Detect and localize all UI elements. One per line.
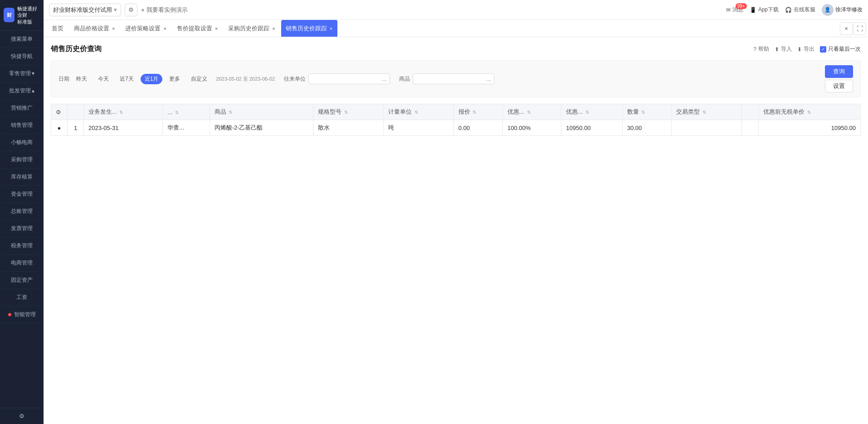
table-col-gear[interactable]: ⚙ (51, 104, 68, 120)
tab-home[interactable]: 首页 (47, 20, 68, 37)
table-row: ● 1 2023-05-31 华查... 丙烯酸-2-乙基己酯 散水 吨 0.0… (51, 120, 861, 136)
date-range-display: 2023-05-02 至 2023-06-02 (216, 76, 275, 82)
table-col-quantity[interactable]: 数量 ⇅ (622, 104, 671, 120)
app-download-btn[interactable]: 📱 App下载 (750, 6, 779, 14)
help-label: 帮助 (758, 45, 769, 53)
only-last-checkbox[interactable]: ✓ 只看最后一次 (820, 45, 861, 53)
tab-close-btn[interactable]: × (330, 26, 332, 31)
tab-commodity-price[interactable]: 商品价格设置 × (69, 20, 120, 37)
supplier-filter-label: 往来单位 (284, 75, 306, 83)
table-header-row: ⚙ 业务发生... ⇅ ... ⇅ 商品 ⇅ (51, 104, 861, 120)
online-service-btn[interactable]: 🎧 在线客服 (785, 6, 815, 14)
tab-purchase-history[interactable]: 采购历史价跟踪 × (224, 20, 280, 37)
table-col-more[interactable]: ... ⇅ (163, 104, 210, 120)
question-icon: ? (753, 46, 756, 53)
tab-label: 进价策略设置 (125, 24, 161, 33)
sidebar-item-smart-mgmt[interactable]: 智能管理 (0, 306, 44, 323)
import-icon: ⬆ (775, 46, 779, 53)
sort-icon: ⇅ (344, 110, 348, 115)
supplier-input-wrap[interactable]: ... (308, 73, 390, 84)
sidebar-item-fixed-assets[interactable]: 固定资产 (0, 272, 44, 289)
sidebar-item-invoice-mgmt[interactable]: 发票管理 (0, 220, 44, 237)
query-btn[interactable]: 查询 (825, 65, 853, 78)
date-btn-last1month[interactable]: 近1月 (141, 74, 163, 84)
product-filter-label: 商品 (399, 75, 410, 83)
tab-close-btn[interactable]: × (163, 26, 166, 31)
tab-expand-btn[interactable]: ⛶ (853, 22, 866, 35)
sidebar-item-quick-nav[interactable]: 快捷导航 (0, 48, 44, 65)
date-options: 昨天 今天 近7天 近1月 更多 自定义 (72, 74, 211, 84)
sidebar-item-label: 快捷导航 (11, 53, 33, 59)
sidebar-item-retail-mgmt[interactable]: 零售管理 ▾ (0, 65, 44, 82)
product-input[interactable] (416, 76, 484, 82)
only-last-label: 只看最后一次 (828, 45, 861, 53)
export-label: 导出 (804, 45, 814, 53)
table-col-pretax-price[interactable]: 优惠前无税单价 ⇅ (759, 104, 861, 120)
row-discount-rate: 100.00% (503, 120, 561, 136)
import-btn[interactable]: ⬆ 导入 (775, 45, 792, 53)
product-input-wrap[interactable]: ... (413, 73, 494, 84)
sidebar-item-capital-mgmt[interactable]: 资金管理 (0, 186, 44, 203)
demo-btn[interactable]: ● 我要看实例演示 (141, 6, 188, 14)
tab-label: 销售历史价跟踪 (286, 24, 327, 33)
row-gear[interactable]: ● (51, 120, 68, 136)
tab-close-btn[interactable]: × (112, 26, 115, 31)
date-filter-label: 日期 (59, 75, 69, 83)
supplier-dots-btn[interactable]: ... (381, 75, 387, 82)
sort-icon: ⇅ (229, 110, 232, 115)
logo-icon: 财 (4, 8, 15, 22)
sidebar-item-marketing[interactable]: 营销推广 (0, 100, 44, 117)
table-col-discount-rate[interactable]: 优惠... ⇅ (503, 104, 561, 120)
sidebar-item-ecommerce[interactable]: 小畅电商 (0, 134, 44, 151)
row-more-col: 华查... (163, 120, 210, 136)
settings-action-btn[interactable]: 设置 (825, 80, 853, 92)
sidebar-item-payroll[interactable]: 工资 (0, 289, 44, 306)
tab-close-window-btn[interactable]: × (840, 22, 853, 35)
table-col-trade-type[interactable]: 交易类型 ⇅ (672, 104, 742, 120)
sidebar-item-wholesale-mgmt[interactable]: 批发管理 ▴ (0, 82, 44, 100)
sidebar-item-sales-mgmt[interactable]: 销售管理 (0, 117, 44, 134)
sidebar-item-ecomm-mgmt[interactable]: 电商管理 (0, 255, 44, 272)
tab-close-btn[interactable]: × (215, 26, 218, 31)
sidebar-item-label: 批发管理 (9, 87, 31, 95)
tab-price-extract[interactable]: 售价提取设置 × (172, 20, 223, 37)
sort-icon: ⇅ (175, 110, 179, 115)
version-selector[interactable]: 好业财标准版交付试用 ▾ (49, 4, 121, 16)
table-col-product[interactable]: 商品 ⇅ (210, 104, 313, 120)
date-btn-more[interactable]: 更多 (165, 74, 184, 84)
user-name: 徐泽华修改 (835, 6, 863, 14)
header-settings-btn[interactable]: ⚙ (125, 4, 137, 16)
sidebar-item-tax-mgmt[interactable]: 税务管理 (0, 237, 44, 255)
table-col-unit[interactable]: 计量单位 ⇅ (383, 104, 454, 120)
sidebar-item-inventory[interactable]: 库存核算 (0, 169, 44, 186)
sidebar-settings-btn[interactable]: ⚙ (0, 408, 44, 424)
tab-pricing-strategy[interactable]: 进价策略设置 × (121, 20, 171, 37)
sidebar-item-purchase-mgmt[interactable]: 采购管理 (0, 151, 44, 169)
tab-close-btn[interactable]: × (272, 26, 275, 31)
user-info[interactable]: 👤 徐泽华修改 (822, 4, 863, 16)
date-btn-yesterday[interactable]: 昨天 (72, 74, 91, 84)
sidebar-item-search-menu[interactable]: 搜索菜单 (0, 31, 44, 48)
sidebar-item-general-ledger[interactable]: 总账管理 (0, 203, 44, 220)
table-col-spec-model[interactable]: 规格型号 ⇅ (313, 104, 384, 120)
date-btn-last7days[interactable]: 近7天 (116, 74, 138, 84)
product-dots-btn[interactable]: ... (486, 75, 491, 82)
table-col-discount-amt[interactable]: 优惠... ⇅ (561, 104, 622, 120)
date-btn-custom[interactable]: 自定义 (187, 74, 211, 84)
table-col-biz-date[interactable]: 业务发生... ⇅ (84, 104, 163, 120)
row-quoted-price: 0.00 (454, 120, 502, 136)
export-btn[interactable]: ⬇ 导出 (797, 45, 814, 53)
messages-btn[interactable]: ✉ 消息 99+ (726, 6, 743, 14)
tab-label: 商品价格设置 (74, 24, 109, 33)
date-btn-today[interactable]: 今天 (94, 74, 113, 84)
help-btn[interactable]: ? 帮助 (753, 45, 769, 53)
sort-icon: ⇅ (414, 110, 418, 115)
sort-icon: ⇅ (807, 110, 811, 115)
sidebar-item-label: 电商管理 (11, 260, 33, 266)
tab-sales-history[interactable]: 销售历史价跟踪 × (281, 20, 337, 37)
table-col-quoted-price[interactable]: 报价 ⇅ (454, 104, 502, 120)
logo-text-line2: 标准版 (17, 19, 40, 25)
filter-bar: 日期 昨天 今天 近7天 近1月 更多 自定义 2023-05-02 至 202… (51, 60, 861, 97)
supplier-input[interactable] (312, 76, 380, 82)
message-icon: ✉ (726, 7, 731, 13)
